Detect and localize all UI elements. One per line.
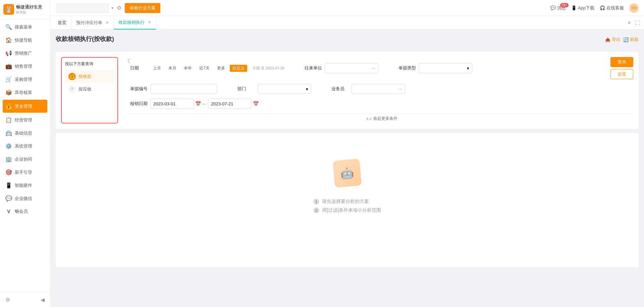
date-label: 日期 (130, 65, 148, 71)
sidebar-item-enterprise[interactable]: 🏢 企业协同 (0, 153, 50, 166)
topbar-gear-icon[interactable]: ⚙ (117, 5, 121, 11)
sidebar-item-operations[interactable]: 📋 经营管理 (0, 113, 50, 126)
filter-option-by-receipt[interactable]: 💰 按收款 (65, 70, 114, 83)
export-label: 导出 (612, 37, 621, 43)
date-btn-this-month[interactable]: 本月 (166, 65, 179, 72)
content-area: 收款核销执行(按收款) 📤 导出 🔄 刷新 按以下方案查询 (50, 30, 644, 307)
logo-title: 畅捷通好生意 (16, 4, 42, 10)
enterprise-icon: 🏢 (5, 156, 12, 162)
sales-icon: 💼 (5, 63, 12, 69)
dept-chevron-icon: ▾ (306, 87, 308, 92)
voucher-type-dropdown[interactable]: ▾ (419, 63, 472, 73)
date-btn-7days[interactable]: 近7天 (197, 65, 212, 72)
sidebar-item-marketing[interactable]: 📢 营销推广 (0, 47, 50, 60)
sidebar-item-label: 采购管理 (15, 76, 32, 83)
sidebar-item-hardware[interactable]: 📱 智能硬件 (0, 179, 50, 192)
filter-sidebar-collapse-icon[interactable]: 《 (125, 58, 130, 65)
counterparty-field: 往来单位 ··· (305, 63, 378, 73)
date-sublabel: 不限 至 2023-07-26 (253, 65, 284, 71)
by-receipt-icon: 💰 (68, 73, 76, 80)
staff-field: 业务员 ··· (331, 84, 405, 94)
sidebar-item-label: 基础信息 (15, 130, 32, 136)
user-area[interactable]: Rit (629, 3, 639, 13)
sidebar-settings-icon[interactable]: ⚙ (5, 297, 10, 303)
sidebar-item-label: 库存核算 (15, 90, 32, 96)
offset-date-label: 核销日期 (130, 101, 148, 107)
counterparty-select[interactable]: ··· (325, 63, 378, 73)
customer-service-label: 在线客服 (606, 5, 624, 11)
message-badge: 99+ (560, 3, 569, 7)
sidebar-item-inventory[interactable]: 📦 库存核算 (0, 86, 50, 99)
topbar-search-box (56, 3, 109, 13)
tab-home[interactable]: 首页 (53, 16, 71, 30)
voucher-type-label: 单据类型 (398, 65, 416, 71)
date-field: 日期 上月 本月 本年 近7天 更多 自定义 不限 至 2023-07-26 (130, 65, 284, 72)
filter-option-by-receivable[interactable]: ⏱ 按应收 (65, 83, 114, 96)
refresh-button[interactable]: 🔄 刷新 (623, 37, 639, 43)
sidebar-item-search[interactable]: 🔍 搜索菜单 (0, 20, 50, 34)
setting-button[interactable]: 设置 (610, 69, 633, 79)
topbar-chevron-icon[interactable]: ▾ (111, 6, 113, 10)
topbar: ▾ ⚙ 体验行业方案 💬 消息 99+ 📱 App下载 🎧 在线客服 Rit (50, 0, 644, 16)
filter-sidebar: 按以下方案查询 💰 按收款 ⏱ 按应收 (61, 57, 118, 123)
sidebar-item-guide[interactable]: 🎯 新手引导 (0, 166, 50, 179)
message-button[interactable]: 💬 消息 99+ (550, 5, 566, 11)
app-download-button[interactable]: 📱 App下载 (571, 5, 594, 11)
sidebar-item-system[interactable]: ⚙️ 系统管理 (0, 140, 50, 153)
tip-text-1: 请先选择要分析的方案 (322, 199, 369, 205)
export-button[interactable]: 📤 导出 (605, 37, 621, 43)
main-area: ▾ ⚙ 体验行业方案 💬 消息 99+ 📱 App下载 🎧 在线客服 Rit (50, 0, 644, 307)
sidebar-item-purchase[interactable]: 🛒 采购管理 (0, 73, 50, 86)
empty-illustration: 🤖 (330, 160, 364, 193)
offset-date-end-calendar-icon[interactable]: 📅 (253, 101, 259, 106)
user-text: Rit (632, 6, 637, 10)
offset-date-start-input[interactable] (150, 99, 194, 109)
empty-tips: 1 请先选择要分析的方案 2 用[过滤]条件来缩小分析范围 (313, 199, 381, 216)
sidebar-item-basic-info[interactable]: 📇 基础信息 (0, 126, 50, 140)
sidebar-item-sales[interactable]: 💼 销售管理 (0, 60, 50, 73)
date-btn-last-month[interactable]: 上月 (150, 65, 164, 72)
customer-service-button[interactable]: 🎧 在线客服 (600, 5, 624, 11)
tab-prepay-close-icon[interactable]: ✕ (106, 20, 109, 25)
user-avatar: Rit (629, 3, 639, 13)
sidebar-item-label: 智能硬件 (15, 183, 32, 189)
sidebar-item-label: 搜索菜单 (15, 24, 32, 30)
logo-icon: 🐰 (3, 4, 14, 15)
offset-date-input-group: 📅 — 📅 (150, 99, 259, 109)
sidebar-collapse-icon[interactable]: ◀ (41, 297, 45, 303)
sidebar-item-label: 系统管理 (15, 143, 32, 149)
tab-receipt-close-icon[interactable]: ✕ (148, 20, 151, 24)
main-content-area: 🤖 1 请先选择要分析的方案 2 用[过滤]条件来缩小分析范围 (56, 133, 639, 267)
query-button[interactable]: 查询 (610, 57, 633, 67)
close-tab-icon[interactable]: ✕ (626, 19, 633, 27)
dept-dropdown[interactable]: ▾ (258, 84, 311, 94)
sidebar: 🐰 畅捷通好生意 标准版 🔍 搜索菜单 🏠 快捷导航 📢 营销推广 💼 销售管理… (0, 0, 50, 307)
logo-badge: 标准版 (16, 10, 42, 15)
date-btn-custom[interactable]: 自定义 (230, 65, 247, 72)
empty-state: 🤖 1 请先选择要分析的方案 2 用[过滤]条件来缩小分析范围 (56, 133, 639, 243)
staff-select[interactable]: ··· (352, 84, 405, 94)
voucher-no-input[interactable] (150, 84, 217, 94)
sidebar-item-label: 经营管理 (15, 117, 32, 123)
tab-prepay-conflict[interactable]: 预付冲应付单 ✕ (71, 16, 114, 30)
date-btn-more[interactable]: 更多 (214, 65, 228, 72)
sidebar-item-quick-nav[interactable]: 🏠 快捷导航 (0, 34, 50, 47)
dept-label: 部门 (237, 86, 255, 92)
sidebar-item-wechat[interactable]: 💬 企业微信 (0, 192, 50, 205)
sidebar-item-member[interactable]: V 畅会员 (0, 205, 50, 218)
tab-home-label: 首页 (58, 20, 66, 26)
collapse-more-btn[interactable]: ∧∧ 收起更多条件 (130, 113, 633, 123)
date-btn-this-year[interactable]: 本年 (181, 65, 195, 72)
offset-date-field: 核销日期 📅 — 📅 (130, 99, 259, 109)
by-receivable-icon: ⏱ (68, 86, 76, 93)
sidebar-item-finance[interactable]: 💰 资金管理 (3, 100, 47, 113)
offset-date-start-calendar-icon[interactable]: 📅 (195, 101, 201, 106)
staff-dots-icon: ··· (398, 86, 402, 92)
sidebar-footer: ⚙ ◀ (0, 292, 50, 307)
empty-robot-icon: 🤖 (333, 159, 362, 188)
topbar-left: ▾ ⚙ 体验行业方案 (56, 3, 160, 13)
tab-receipt-offset[interactable]: 收款核销执行 ✕ (114, 16, 156, 30)
industry-solution-button[interactable]: 体验行业方案 (125, 3, 160, 13)
maximize-tab-icon[interactable]: ⛶ (634, 19, 641, 27)
offset-date-end-input[interactable] (208, 99, 252, 109)
